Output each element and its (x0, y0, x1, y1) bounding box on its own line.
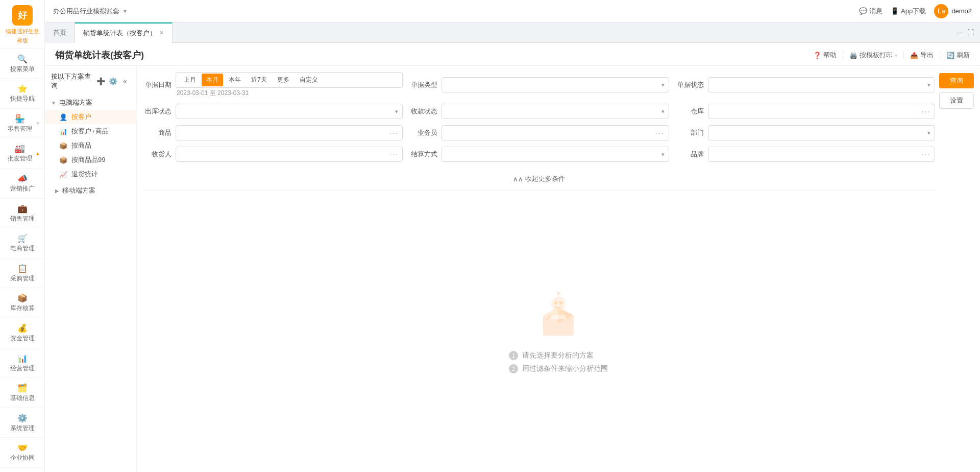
tab-home[interactable]: 首页 (45, 22, 75, 43)
messages-button[interactable]: 💬 消息 (859, 7, 883, 16)
date-btn-last7[interactable]: 近7天 (247, 74, 272, 86)
filter-row-3: 商品 ··· 业务员 (143, 125, 935, 140)
scheme-group-desktop-header[interactable]: ▼ 电脑端方案 (45, 96, 136, 110)
main-area: 办公用品行业模拟账套 ▾ 💬 消息 📱 App下载 Ea demo2 首页 销货… (45, 0, 980, 472)
retail-arrow-icon: ▼ (35, 121, 40, 126)
scheme-item-product99[interactable]: 📦 按商品品99 (45, 153, 136, 167)
settlement-filter-row: 结算方式 ▾ (409, 147, 669, 162)
settings-button[interactable]: 设置 (939, 92, 974, 109)
sidebar-item-basic[interactable]: 🗂️ 基础信息 (0, 378, 44, 408)
sidebar-item-sales[interactable]: 💼 销售管理 (0, 199, 44, 229)
collapse-button[interactable]: ∧∧ 收起更多条件 (510, 171, 568, 186)
tab-fullscreen-icon[interactable]: ⛶ (967, 29, 974, 36)
tip-2-text: 用过滤条件来缩小分析范围 (522, 364, 608, 373)
sidebar-item-enterprise[interactable]: 🤝 企业协同 (0, 438, 44, 468)
product-select[interactable]: ··· (176, 125, 403, 140)
sidebar-item-system[interactable]: ⚙️ 系统管理 (0, 408, 44, 438)
sidebar-search-label: 搜索菜单 (10, 65, 35, 74)
export-button[interactable]: 📤 导出 (910, 51, 934, 60)
svg-point-4 (551, 297, 566, 311)
brand-filter-row: 品牌 ··· (675, 147, 935, 162)
sidebar-logo: 好 畅捷通好生意 标版 (0, 0, 44, 49)
print-button[interactable]: 🖨️ 按模板打印 ▾ (849, 51, 897, 60)
warehouse-label: 仓库 (675, 107, 704, 116)
bill-status-filter-row: 单据状态 ▾ (675, 72, 935, 98)
sidebar-sales-label: 销售管理 (10, 215, 35, 223)
date-btn-custom[interactable]: 自定义 (295, 74, 323, 86)
scheme-item-by-customer[interactable]: 👤 按客户 (45, 110, 136, 124)
date-btn-this-year[interactable]: 本年 (224, 74, 246, 86)
scheme-settings-button[interactable]: ⚙️ (108, 76, 118, 86)
tip-num-1: 1 (509, 351, 518, 360)
warehouse-filter-row: 仓库 ··· (675, 104, 935, 119)
sidebar-item-marketing[interactable]: 📣 营销推广 (0, 169, 44, 199)
date-btn-last-month[interactable]: 上月 (179, 74, 201, 86)
sidebar-item-operations[interactable]: 📊 经营管理 (0, 348, 44, 379)
warehouse-select[interactable]: ··· (708, 104, 935, 119)
query-buttons: 查询 设置 (935, 72, 974, 109)
sidebar-item-quicknav[interactable]: ⭐ 快捷导航 (0, 79, 44, 109)
refresh-label: 刷新 (957, 51, 970, 60)
scheme-item-customer-product-label: 按客户+商品 (71, 127, 109, 136)
date-label: 单据日期 (143, 80, 172, 89)
sidebar-wholesale-label: 批发管理 (8, 155, 32, 163)
scheme-group-mobile-header[interactable]: ▶ 移动端方案 (45, 183, 136, 198)
out-status-label: 出库状态 (143, 107, 172, 116)
settlement-select[interactable]: ▾ (442, 147, 669, 162)
sidebar-item-wholesale[interactable]: 🏭 批发管理 ▲ (0, 138, 44, 169)
collapse-label: 收起更多条件 (525, 174, 565, 183)
marketing-icon: 📣 (17, 174, 28, 183)
receiver-dots-icon: ··· (389, 150, 399, 158)
svg-point-8 (557, 292, 560, 295)
scheme-item-product-label: 按商品 (71, 141, 91, 150)
avatar: Ea (934, 4, 948, 18)
sidebar-item-ecommerce[interactable]: 🛒 电商管理 (0, 228, 44, 258)
logo-text: 畅捷通好生意 (6, 28, 39, 35)
help-button[interactable]: ❓ 帮助 (813, 51, 837, 60)
scheme-collapse-button[interactable]: « (120, 76, 130, 86)
bill-type-label: 单据类型 (409, 80, 437, 89)
department-select[interactable]: ▾ (708, 125, 935, 140)
tab-close-icon[interactable]: ✕ (159, 30, 164, 36)
date-btn-more[interactable]: 更多 (273, 74, 294, 86)
refresh-button[interactable]: 🔄 刷新 (946, 51, 970, 60)
user-menu[interactable]: Ea demo2 (934, 4, 972, 18)
scheme-item-product[interactable]: 📦 按商品 (45, 138, 136, 153)
app-download-button[interactable]: 📱 App下载 (891, 7, 926, 16)
salesperson-select[interactable]: ··· (442, 125, 669, 140)
print-icon: 🖨️ (849, 52, 857, 59)
brand-select[interactable]: ··· (708, 147, 935, 162)
scheme-item-customer-product[interactable]: 📊 按客户+商品 (45, 124, 136, 138)
sidebar-item-newbie[interactable]: 🌱 新手引导 (0, 468, 44, 472)
bill-status-select[interactable]: ▾ (708, 77, 935, 92)
scheme-header-icons: ➕ ⚙️ « (95, 76, 130, 86)
receive-status-select[interactable]: ▾ (442, 104, 669, 119)
sidebar-item-finance[interactable]: 💰 资金管理 (0, 318, 44, 348)
sidebar-item-inventory[interactable]: 📦 库存核算 (0, 288, 44, 318)
salesperson-label: 业务员 (409, 128, 437, 137)
tab-minimize-icon[interactable]: — (957, 29, 963, 36)
scheme-item-return[interactable]: 📈 退货统计 (45, 167, 136, 181)
out-status-select[interactable]: ▾ (176, 104, 403, 119)
refresh-icon: 🔄 (946, 52, 954, 59)
sidebar-item-retail[interactable]: 🏪 零售管理 ▼ (0, 109, 44, 139)
svg-point-5 (554, 301, 557, 304)
scheme-add-button[interactable]: ➕ (95, 76, 106, 86)
topbar: 办公用品行业模拟账套 ▾ 💬 消息 📱 App下载 Ea demo2 (45, 0, 980, 22)
receiver-label: 收货人 (143, 150, 172, 159)
sidebar-item-purchase[interactable]: 📋 采购管理 (0, 258, 44, 289)
topbar-right: 💬 消息 📱 App下载 Ea demo2 (859, 4, 972, 18)
receive-status-filter-row: 收款状态 ▾ (409, 104, 669, 119)
bill-type-select[interactable]: ▾ (442, 77, 669, 92)
sidebar-system-label: 系统管理 (10, 424, 35, 433)
settlement-label: 结算方式 (409, 150, 437, 159)
tab-sales-stat[interactable]: 销货单统计表（按客户） ✕ (75, 22, 173, 43)
query-button[interactable]: 查询 (939, 73, 974, 88)
sidebar-item-search[interactable]: 🔍 搜索菜单 (0, 49, 44, 79)
date-btn-this-month[interactable]: 本月 (202, 74, 223, 86)
tip-num-2: 2 (509, 364, 518, 373)
scheme-item-product99-label: 按商品品99 (71, 155, 105, 164)
topbar-title: 办公用品行业模拟账套 (53, 7, 119, 16)
receiver-select[interactable]: ··· (176, 147, 403, 162)
salesperson-filter-row: 业务员 ··· (409, 125, 669, 140)
